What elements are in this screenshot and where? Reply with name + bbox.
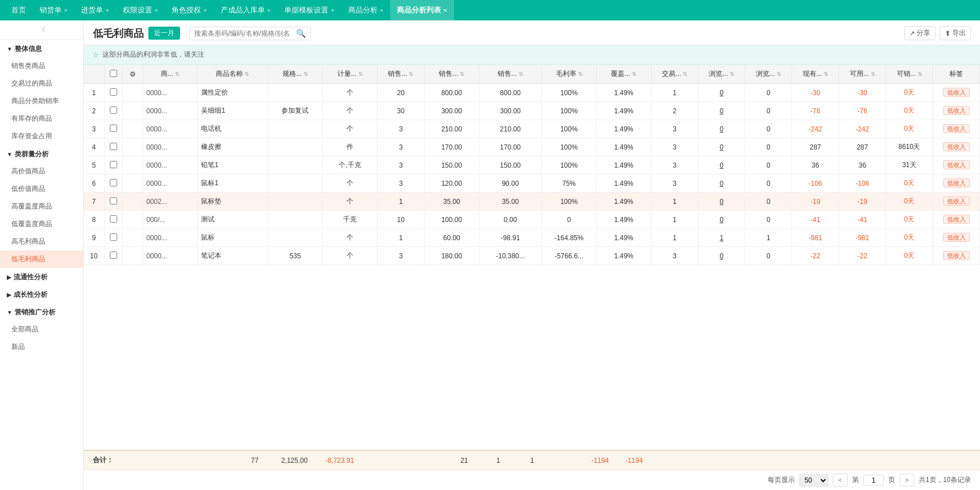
cell-view2: 0	[745, 211, 792, 229]
nav-home[interactable]: 首页	[5, 0, 33, 20]
sidebar-item-sales-goods[interactable]: 销售类商品	[0, 57, 83, 75]
row-checkbox[interactable]	[110, 143, 117, 150]
row-checkbox[interactable]	[110, 125, 117, 132]
nav-product-in[interactable]: 产成品入库单 ×	[214, 0, 277, 20]
row-checkbox[interactable]	[110, 197, 117, 204]
cell-name: 橡皮擦	[198, 138, 268, 156]
nav-product-analysis-list[interactable]: 商品分析列表 ×	[390, 0, 453, 20]
cell-check	[104, 211, 122, 229]
nav-permission-close[interactable]: ×	[155, 7, 158, 14]
filter-recent-month-button[interactable]: 近一月	[148, 27, 180, 40]
search-icon[interactable]: 🔍	[296, 29, 306, 38]
th-spec[interactable]: 规格...⇅	[268, 65, 323, 84]
cell-spec	[268, 229, 323, 247]
share-button[interactable]: ↗ 分享	[904, 26, 935, 40]
sidebar-item-low-margin[interactable]: 低毛利商品	[0, 250, 83, 268]
sidebar: 《 ▼ 整体信息 销售类商品 交易过的商品 商品分类助销率 有库存的商品 库存资…	[0, 20, 84, 490]
sidebar-section-cluster[interactable]: ▼ 类群量分析	[0, 145, 83, 163]
row-checkbox[interactable]	[110, 179, 117, 186]
th-gross-rate[interactable]: 毛利率⇅	[542, 65, 597, 84]
th-view1[interactable]: 浏览...⇅	[698, 65, 745, 84]
cell-trade: 3	[651, 247, 698, 265]
cell-available: -76	[839, 102, 886, 120]
sidebar-item-all-goods[interactable]: 全部商品	[0, 321, 83, 338]
sidebar-item-low-coverage[interactable]: 低覆盖度商品	[0, 215, 83, 233]
th-name[interactable]: 商品名称⇅	[198, 65, 268, 84]
th-available[interactable]: 可用...⇅	[839, 65, 886, 84]
sidebar-item-high-value[interactable]: 高价值商品	[0, 163, 83, 180]
cell-available: -30	[839, 84, 886, 102]
nav-product-in-close[interactable]: ×	[267, 7, 271, 14]
row-checkbox[interactable]	[110, 252, 117, 259]
th-unit[interactable]: 计量...⇅	[323, 65, 378, 84]
th-tag[interactable]: 标签	[933, 65, 980, 84]
cell-current: -22	[792, 247, 839, 265]
export-button[interactable]: ⬆ 导出	[940, 26, 971, 40]
th-coverage[interactable]: 覆盖...⇅	[596, 65, 651, 84]
table-row: 5 0000... 铅笔1 个,千克 3 150.00 150.00 100% …	[84, 156, 980, 174]
nav-role[interactable]: 角色授权 ×	[165, 0, 213, 20]
section-flow-arrow: ▶	[7, 274, 11, 280]
table-row: 4 0000... 橡皮擦 件 3 170.00 170.00 100% 1.4…	[84, 138, 980, 156]
nav-permission[interactable]: 权限设置 ×	[116, 0, 165, 20]
th-current[interactable]: 现有...⇅	[792, 65, 839, 84]
cell-trade: 1	[651, 211, 698, 229]
sidebar-item-stock-fund[interactable]: 库存资金占用	[0, 127, 83, 145]
cell-view1: 0	[698, 102, 745, 120]
th-saleable[interactable]: 可销...⇅	[886, 65, 933, 84]
cell-check	[104, 156, 122, 174]
cell-index: 9	[84, 229, 104, 247]
sidebar-item-in-stock[interactable]: 有库存的商品	[0, 110, 83, 127]
nav-sales-close[interactable]: ×	[64, 7, 67, 14]
nav-product-analysis-close[interactable]: ×	[380, 7, 383, 14]
row-checkbox[interactable]	[110, 161, 117, 168]
sidebar-item-new-goods[interactable]: 新品	[0, 338, 83, 356]
sort-coverage-icon: ⇅	[632, 71, 636, 77]
nav-product-analysis[interactable]: 商品分析 ×	[341, 0, 390, 20]
th-sales-qty[interactable]: 销售...⇅	[378, 65, 425, 84]
select-all-checkbox[interactable]	[110, 70, 117, 77]
cell-index: 3	[84, 120, 104, 138]
search-input[interactable]	[194, 29, 296, 37]
settings-icon[interactable]: ⚙	[130, 70, 136, 78]
sidebar-section-growth[interactable]: ▶ 成长性分析	[0, 286, 83, 303]
nav-sales[interactable]: 销货单 ×	[33, 0, 74, 20]
th-sales-price[interactable]: 销售...⇅	[424, 65, 479, 84]
sort-trade-icon: ⇅	[683, 71, 687, 77]
page-number-input[interactable]	[863, 475, 884, 486]
nav-product-analysis-list-close[interactable]: ×	[443, 7, 447, 14]
prev-page-button[interactable]: ＜	[833, 474, 848, 487]
nav-template-close[interactable]: ×	[331, 7, 334, 14]
sidebar-item-low-value[interactable]: 低价值商品	[0, 180, 83, 198]
cell-view1: 0	[698, 211, 745, 229]
sidebar-item-high-margin[interactable]: 高毛利商品	[0, 233, 83, 250]
sidebar-section-flow[interactable]: ▶ 流通性分析	[0, 268, 83, 286]
th-code[interactable]: 商...⇅	[143, 65, 198, 84]
sidebar-item-category-rate[interactable]: 商品分类助销率	[0, 92, 83, 110]
per-page-select[interactable]: 50 20 100	[799, 474, 828, 487]
sidebar-collapse-btn[interactable]: 《	[0, 20, 83, 40]
th-trade[interactable]: 交易...⇅	[651, 65, 698, 84]
next-page-button[interactable]: ＞	[900, 474, 914, 487]
sidebar-section-marketing[interactable]: ▼ 营销推广分析	[0, 303, 83, 321]
cell-sales-qty: 3	[378, 138, 425, 156]
footer-available: -1194	[583, 457, 617, 465]
cell-view2: 0	[745, 120, 792, 138]
th-sales-amount[interactable]: 销售...⇅	[479, 65, 542, 84]
th-view2[interactable]: 浏览...⇅	[745, 65, 792, 84]
cell-trade: 3	[651, 120, 698, 138]
top-navigation: 首页 销货单 × 进货单 × 权限设置 × 角色授权 × 产成品入库单 × 单据…	[0, 0, 980, 20]
cell-gross-rate: -164.85%	[542, 229, 597, 247]
row-checkbox[interactable]	[110, 88, 117, 96]
sidebar-section-overall[interactable]: ▼ 整体信息	[0, 40, 83, 57]
nav-role-close[interactable]: ×	[203, 7, 207, 14]
nav-purchase[interactable]: 进货单 ×	[74, 0, 115, 20]
cell-check	[104, 102, 122, 120]
nav-template[interactable]: 单据模板设置 ×	[277, 0, 341, 20]
sidebar-item-high-coverage[interactable]: 高覆盖度商品	[0, 198, 83, 215]
row-checkbox[interactable]	[110, 215, 117, 223]
nav-purchase-close[interactable]: ×	[105, 7, 109, 14]
row-checkbox[interactable]	[110, 233, 117, 241]
row-checkbox[interactable]	[110, 106, 117, 114]
sidebar-item-traded-goods[interactable]: 交易过的商品	[0, 75, 83, 92]
